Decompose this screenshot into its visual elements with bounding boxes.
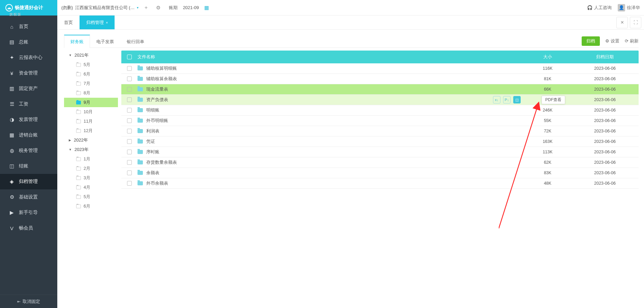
nav-item-fund[interactable]: ¥资金管理 bbox=[0, 65, 57, 81]
nav-label: 总账 bbox=[19, 39, 28, 45]
folder-icon bbox=[137, 77, 143, 81]
file-name-cell: 现金流量表 bbox=[137, 87, 524, 92]
table-row[interactable]: 余额表 83K 2023-06-06 bbox=[121, 168, 639, 178]
sub-tab[interactable]: 银行回单 bbox=[120, 35, 151, 48]
tree-month[interactable]: 8月 bbox=[64, 88, 118, 98]
tree-year[interactable]: ▶2022年 bbox=[64, 135, 118, 145]
nav-item-stock[interactable]: ▦进销台账 bbox=[0, 127, 57, 143]
tree-month[interactable]: 5月 bbox=[64, 192, 118, 202]
refresh-link[interactable]: ⟳ 刷新 bbox=[625, 38, 639, 44]
nav-item-setting[interactable]: ⚙基础设置 bbox=[0, 189, 57, 205]
tree-month[interactable]: 7月 bbox=[64, 79, 118, 88]
row-checkbox[interactable] bbox=[127, 87, 132, 92]
tree-year[interactable]: ▼2021年 bbox=[64, 51, 118, 60]
row-checkbox[interactable] bbox=[127, 129, 132, 133]
nav-label: 新手引导 bbox=[19, 210, 38, 216]
header-size[interactable]: 大小 bbox=[524, 54, 571, 60]
table-row[interactable]: 外币明细账 55K 2023-06-06 bbox=[121, 116, 639, 126]
table-row[interactable]: 凭证 163K 2023-06-06 bbox=[121, 136, 639, 147]
row-checkbox[interactable] bbox=[127, 66, 132, 71]
tree-month[interactable]: 1月 bbox=[64, 154, 118, 164]
report-icon: ✦ bbox=[9, 55, 15, 61]
row-checkbox[interactable] bbox=[127, 181, 132, 186]
nav-item-report[interactable]: ✦云报表中心 bbox=[0, 50, 57, 65]
tree-month[interactable]: 10月 bbox=[64, 107, 118, 117]
row-checkbox[interactable] bbox=[127, 108, 132, 113]
tree-month[interactable]: 6月 bbox=[64, 69, 118, 79]
table-row[interactable]: 辅助核算余额表 81K 2023-06-06 bbox=[121, 74, 639, 84]
header-date[interactable]: 归档日期 bbox=[571, 54, 639, 60]
folder-icon bbox=[137, 140, 143, 144]
tree-year[interactable]: ▼2023年 bbox=[64, 145, 118, 154]
close-icon[interactable]: × bbox=[106, 21, 108, 25]
nav-item-ledger[interactable]: ▤总账 bbox=[0, 34, 57, 50]
tree-month[interactable]: 11月 bbox=[64, 117, 118, 126]
table-row[interactable]: 序时账 113K 2023-06-06 bbox=[121, 147, 639, 157]
folder-tree: ▼2021年5月6月7月8月9月10月11月12月▶2022年▼2023年1月2… bbox=[64, 51, 118, 305]
row-checkbox[interactable] bbox=[127, 150, 132, 154]
table-row[interactable]: 明细账 246K 2023-06-06 bbox=[121, 105, 639, 116]
table-row[interactable]: 资产负债表 x↓ P↓ ◫ 1K 2023-06-06 PDF查看 bbox=[121, 95, 639, 105]
topbar: (勿删) 江西服宝精品有限责任公司 (… ▾ ＋ ⚙ 账期 2021-09 ▦ … bbox=[57, 0, 644, 16]
row-checkbox[interactable] bbox=[127, 160, 132, 165]
nav-item-tax[interactable]: ◍税务管理 bbox=[0, 143, 57, 158]
file-size: 163K bbox=[524, 139, 571, 144]
nav-item-vip[interactable]: V畅会员 bbox=[0, 220, 57, 236]
close-tab-button[interactable]: ✕ bbox=[616, 17, 628, 28]
nav-item-home[interactable]: ⌂首页 bbox=[0, 19, 57, 34]
company-prefix: (勿删) bbox=[61, 5, 73, 11]
tree-month[interactable]: 6月 bbox=[64, 202, 118, 211]
main-tab[interactable]: 归档管理× bbox=[80, 16, 115, 29]
unpin-sidebar[interactable]: ⇤ 取消固定 bbox=[0, 295, 57, 308]
file-name: 现金流量表 bbox=[146, 87, 168, 92]
period-value[interactable]: 2021-09 bbox=[183, 5, 199, 10]
calendar-icon[interactable]: ▦ bbox=[202, 3, 211, 12]
nav-item-asset[interactable]: ▥固定资产 bbox=[0, 81, 57, 96]
view-pdf-icon[interactable]: ◫ bbox=[513, 96, 521, 103]
main-tab[interactable]: 首页 bbox=[57, 16, 80, 29]
tree-month[interactable]: 9月 bbox=[64, 98, 118, 107]
table-row[interactable]: 外币余额表 48K 2023-06-06 bbox=[121, 178, 639, 189]
close-icon: ◫ bbox=[9, 163, 15, 169]
download-excel-icon[interactable]: x↓ bbox=[493, 96, 500, 103]
download-pdf-icon[interactable]: P↓ bbox=[503, 96, 511, 103]
sub-tab[interactable]: 财务账 bbox=[64, 35, 90, 48]
nav-item-close[interactable]: ◫结账 bbox=[0, 158, 57, 174]
nav-item-archive[interactable]: ◈归档管理 bbox=[0, 174, 57, 189]
tree-month[interactable]: 12月 bbox=[64, 126, 118, 135]
folder-icon bbox=[76, 110, 81, 114]
nav-item-guide[interactable]: ▶新手引导 bbox=[0, 205, 57, 220]
gear-icon[interactable]: ⚙ bbox=[154, 3, 163, 12]
nav-item-invoice[interactable]: ◑发票管理 bbox=[0, 112, 57, 127]
row-checkbox[interactable] bbox=[127, 118, 132, 123]
select-all-checkbox[interactable] bbox=[127, 55, 132, 59]
tree-month[interactable]: 3月 bbox=[64, 173, 118, 183]
fullscreen-button[interactable]: ⛶ bbox=[630, 17, 641, 28]
file-name: 辅助核算余额表 bbox=[146, 76, 177, 82]
add-button[interactable]: ＋ bbox=[142, 3, 151, 12]
header-name[interactable]: 文件名称 bbox=[137, 54, 524, 60]
tree-month[interactable]: 2月 bbox=[64, 164, 118, 173]
file-size: 113K bbox=[524, 150, 571, 154]
table-row[interactable]: 现金流量表 66K 2023-06-06 bbox=[121, 84, 639, 95]
table-row[interactable]: 辅助核算明细账 116K 2023-06-06 bbox=[121, 63, 639, 74]
table-row[interactable]: 存货数量余额表 62K 2023-06-06 bbox=[121, 157, 639, 168]
tree-month[interactable]: 4月 bbox=[64, 183, 118, 192]
sub-tab[interactable]: 电子发票 bbox=[90, 35, 120, 48]
consult-link[interactable]: 🎧 人工咨询 bbox=[587, 5, 612, 11]
user-menu[interactable]: 👤 徐泽华 bbox=[618, 4, 640, 11]
tree-month[interactable]: 5月 bbox=[64, 60, 118, 69]
row-checkbox[interactable] bbox=[127, 76, 132, 81]
folder-icon bbox=[137, 87, 143, 91]
settings-link[interactable]: ⚙ 设置 bbox=[605, 38, 619, 44]
table-row[interactable]: 利润表 72K 2023-06-06 bbox=[121, 126, 639, 136]
file-name: 资产负债表 bbox=[146, 97, 168, 103]
tax-icon: ◍ bbox=[9, 148, 15, 154]
row-checkbox[interactable] bbox=[127, 171, 132, 175]
nav-label: 工资 bbox=[19, 101, 28, 107]
archive-button[interactable]: 归档 bbox=[582, 36, 600, 46]
company-selector[interactable]: (勿删) 江西服宝精品有限责任公司 (… ▾ bbox=[61, 5, 139, 11]
row-checkbox[interactable] bbox=[127, 97, 132, 102]
row-checkbox[interactable] bbox=[127, 139, 132, 144]
nav-item-salary[interactable]: ☰工资 bbox=[0, 96, 57, 112]
